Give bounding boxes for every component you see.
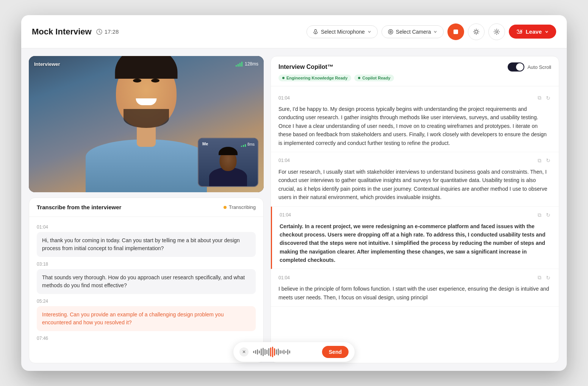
copy-button-1[interactable]: ⧉	[537, 94, 542, 102]
main-content: Interviewer 128ms	[21, 48, 567, 371]
transcribing-dot	[224, 206, 227, 209]
signal-bar-4	[241, 62, 242, 67]
settings-button[interactable]	[488, 23, 505, 40]
copilot-actions-3: ⧉ ↻	[537, 211, 551, 219]
transcribing-badge: Transcribing	[224, 204, 256, 210]
svg-line-2	[99, 32, 100, 33]
clock-icon	[96, 29, 102, 35]
me-signal-badge: 8ms	[241, 142, 255, 147]
me-signal-bars	[241, 142, 246, 147]
tag-dot-2	[358, 77, 360, 79]
toggle-knob	[516, 63, 524, 71]
svg-point-18	[496, 31, 498, 33]
microphone-icon	[313, 29, 318, 34]
refresh-button-3[interactable]: ↻	[545, 211, 551, 219]
copy-button-3[interactable]: ⧉	[537, 211, 542, 219]
microphone-label: Select Microphone	[321, 29, 365, 35]
voice-close-button[interactable]: ✕	[239, 347, 249, 356]
wave-2	[255, 350, 256, 354]
svg-point-7	[390, 31, 391, 32]
msg-bubble-2: That sounds very thorough. How do you ap…	[37, 269, 256, 294]
app-window: Mock Interview 17:28 Select Microphone	[21, 15, 567, 371]
header-left: Mock Interview 17:28	[32, 27, 119, 37]
transcription-title: Transcribe from the interviewer	[37, 204, 121, 210]
msg-bubble-3: Interesting. Can you provide an example …	[37, 306, 256, 331]
select-camera-button[interactable]: Select Camera	[382, 25, 444, 38]
header: Mock Interview 17:28 Select Microphone	[21, 15, 567, 48]
signal-bar-3	[239, 63, 241, 67]
wave-10	[270, 347, 271, 356]
copilot-msg-header-1: 01:04 ⧉ ↻	[278, 94, 551, 102]
refresh-button-1[interactable]: ↻	[545, 94, 551, 102]
page-title: Mock Interview	[32, 27, 92, 37]
pip-video: Me 8ms	[198, 138, 258, 187]
leave-button[interactable]: Leave	[509, 25, 556, 39]
wave-6	[263, 348, 264, 356]
copilot-messages[interactable]: 01:04 ⧉ ↻ Sure, I'd be happy to. My desi…	[271, 86, 559, 363]
me-label: Me	[202, 142, 208, 146]
copilot-tags: Engineering Knowledge Ready Copilot Read…	[278, 75, 551, 81]
svg-line-16	[478, 30, 478, 30]
msg-timestamp-4: 07:46	[37, 336, 256, 341]
transcription-header: Transcribe from the interviewer Transcri…	[29, 198, 263, 217]
pip-bar-2	[243, 145, 244, 147]
copilot-panel: Interview Copilot™ Auto Scroll Engineeri…	[271, 56, 559, 363]
auto-scroll-toggle[interactable]	[508, 62, 524, 72]
camera-label: Select Camera	[396, 29, 431, 35]
wave-9	[268, 348, 269, 356]
auto-scroll-label: Auto Scroll	[527, 64, 551, 70]
copilot-msg-header-2: 01:04 ⧉ ↻	[278, 157, 551, 165]
copilot-msg-text-1: Sure, I'd be happy to. My design process…	[278, 105, 551, 147]
wave-7	[264, 349, 266, 355]
wave-15	[280, 350, 281, 354]
svg-rect-3	[314, 30, 316, 32]
brightness-button[interactable]	[468, 23, 485, 40]
signal-bar-1	[236, 65, 237, 67]
transcription-messages[interactable]: 01:04 Hi, thank you for coming in today.…	[29, 217, 263, 363]
copilot-title: Interview Copilot™	[278, 64, 333, 70]
copilot-timestamp-2: 01:04	[278, 158, 290, 163]
copy-button-2[interactable]: ⧉	[537, 157, 542, 165]
copy-button-4[interactable]: ⧉	[537, 274, 542, 282]
copilot-msg-1: 01:04 ⧉ ↻ Sure, I'd be happy to. My desi…	[271, 89, 559, 152]
tag-engineering: Engineering Knowledge Ready	[278, 75, 351, 81]
pip-bar-1	[241, 146, 242, 147]
wave-16	[281, 350, 283, 353]
copilot-msg-header-4: 01:04 ⧉ ↻	[278, 274, 551, 282]
tag-engineering-label: Engineering Knowledge Ready	[286, 76, 347, 80]
copilot-msg-3: 01:04 ⧉ ↻ Certainly. In a recent project…	[271, 207, 559, 269]
copilot-header: Interview Copilot™ Auto Scroll Engineeri…	[271, 56, 559, 86]
video-container: Interviewer 128ms	[29, 56, 264, 192]
tag-copilot-label: Copilot Ready	[362, 76, 390, 80]
interviewer-latency: 128ms	[245, 61, 258, 67]
svg-line-17	[475, 33, 475, 33]
left-panel: Interviewer 128ms	[29, 56, 264, 363]
tag-copilot: Copilot Ready	[354, 75, 394, 81]
wave-19	[287, 349, 288, 355]
refresh-button-2[interactable]: ↻	[545, 157, 551, 165]
wave-13	[276, 349, 277, 355]
wave-4	[259, 350, 260, 353]
chevron-down-leave-icon	[545, 30, 549, 34]
wave-20	[289, 350, 290, 353]
wave-14	[278, 349, 279, 355]
voice-input-bar: ✕	[233, 342, 355, 362]
send-button[interactable]: Send	[322, 346, 349, 358]
chevron-down-icon-2	[433, 30, 437, 34]
wave-3	[257, 349, 258, 355]
select-microphone-button[interactable]: Select Microphone	[307, 25, 378, 38]
wave-11	[272, 347, 273, 357]
msg-bubble-1: Hi, thank you for coming in today. Can y…	[37, 232, 256, 257]
record-button[interactable]	[447, 23, 464, 40]
copilot-msg-2: 01:04 ⧉ ↻ For user research, I usually s…	[271, 152, 559, 207]
svg-line-15	[478, 33, 478, 33]
signal-bars	[236, 61, 242, 67]
refresh-button-4[interactable]: ↻	[545, 274, 551, 282]
interviewer-label: Interviewer	[34, 61, 60, 67]
copilot-title-row: Interview Copilot™ Auto Scroll	[278, 62, 551, 72]
copilot-timestamp-3: 01:04	[280, 212, 291, 218]
interviewer-signal-badge: 128ms	[236, 61, 258, 67]
svg-point-9	[475, 30, 478, 33]
copilot-actions-2: ⧉ ↻	[537, 157, 551, 165]
msg-timestamp-2: 03:18	[37, 261, 256, 267]
